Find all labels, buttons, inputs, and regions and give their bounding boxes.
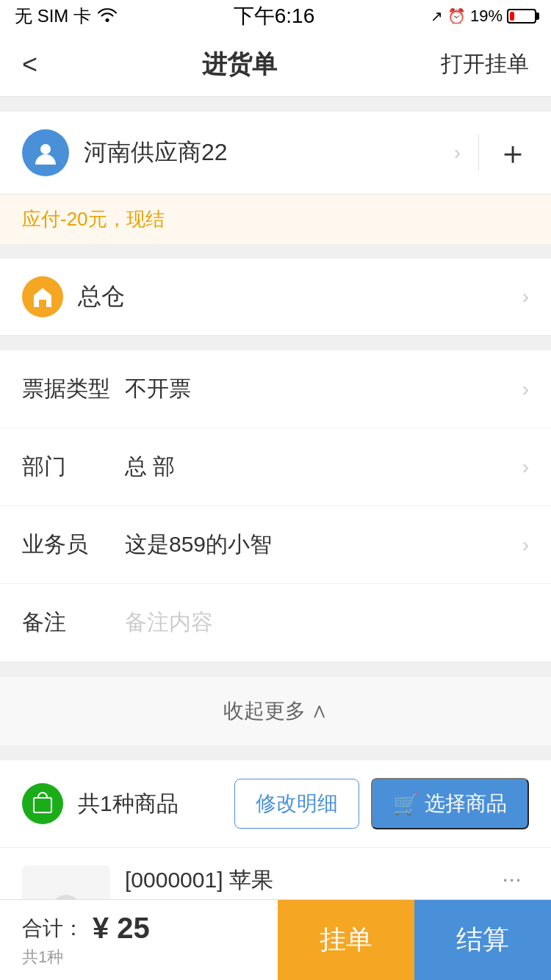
salesperson-label: 业务员 — [22, 530, 125, 560]
wifi-icon — [97, 6, 118, 26]
nav-bar: < 进货单 打开挂单 — [0, 32, 551, 97]
remark-placeholder: 备注内容 — [125, 608, 529, 638]
product-name: [0000001] 苹果 — [125, 865, 494, 896]
checkout-button[interactable]: 结算 — [414, 900, 551, 980]
battery-percent: 19% — [470, 7, 503, 26]
alarm-icon: ⏰ — [447, 7, 466, 25]
product-code: [0000001] — [125, 868, 223, 892]
carrier-text: 无 SIM 卡 — [15, 4, 91, 28]
invoice-type-label: 票据类型 — [22, 374, 125, 404]
form-section: 票据类型 不开票 › 部门 总 部 › 业务员 这是859的小智 › 备注 备注… — [0, 350, 551, 661]
total-sub: 共1种 — [22, 946, 256, 968]
invoice-type-value: 不开票 — [125, 374, 522, 404]
total-label-row: 合计： ¥ 25 — [22, 912, 256, 945]
salesperson-value: 这是859的小智 — [125, 530, 522, 560]
warehouse-name: 总仓 — [78, 281, 522, 313]
warehouse-row[interactable]: 总仓 › — [0, 259, 551, 336]
department-chevron: › — [522, 455, 529, 479]
product-more-button[interactable]: ··· — [494, 865, 529, 893]
collapse-button[interactable]: 收起更多 ∧ — [0, 676, 551, 746]
product-count: 共1种商品 — [78, 789, 234, 819]
select-product-label: 选择商品 — [425, 790, 507, 818]
supplier-name: 河南供应商22 — [84, 137, 454, 169]
location-icon: ↗ — [431, 7, 443, 25]
invoice-type-row[interactable]: 票据类型 不开票 › — [0, 350, 551, 428]
checkout-label: 结算 — [456, 922, 509, 958]
supplier-section: 河南供应商22 › ＋ 应付-20元，现结 — [0, 112, 551, 244]
product-header: 共1种商品 修改明细 🛒 选择商品 — [0, 760, 551, 848]
battery-icon — [507, 9, 536, 24]
hang-label: 挂单 — [320, 922, 372, 958]
department-row[interactable]: 部门 总 部 › — [0, 428, 551, 506]
vertical-divider — [478, 134, 479, 171]
status-bar: 无 SIM 卡 下午6:16 ↗ ⏰ 19% — [0, 0, 551, 32]
supplier-chevron-icon: › — [454, 141, 461, 165]
svg-rect-1 — [39, 300, 46, 307]
remark-label: 备注 — [22, 608, 125, 638]
back-button[interactable]: < — [22, 49, 37, 80]
battery-fill — [510, 12, 514, 21]
section-gap-1 — [0, 97, 551, 112]
svg-rect-2 — [34, 798, 51, 813]
status-left: 无 SIM 卡 — [15, 4, 118, 28]
status-right: ↗ ⏰ 19% — [431, 7, 536, 26]
add-supplier-button[interactable]: ＋ — [497, 131, 529, 175]
product-title: 苹果 — [229, 868, 273, 892]
total-label: 合计： — [22, 915, 84, 943]
total-section: 合计： ¥ 25 共1种 — [0, 900, 278, 980]
hang-button[interactable]: 挂单 — [278, 900, 414, 980]
cart-icon: 🛒 — [393, 792, 419, 816]
salesperson-chevron: › — [522, 533, 529, 557]
bottom-bar: 合计： ¥ 25 共1种 挂单 结算 — [0, 899, 551, 980]
total-amount: ¥ 25 — [93, 912, 150, 945]
svg-point-0 — [40, 144, 51, 154]
warning-banner: 应付-20元，现结 — [0, 195, 551, 244]
product-icon — [22, 783, 63, 824]
status-time: 下午6:16 — [234, 2, 315, 30]
salesperson-row[interactable]: 业务员 这是859的小智 › — [0, 506, 551, 584]
supplier-avatar — [22, 129, 69, 176]
select-product-button[interactable]: 🛒 选择商品 — [371, 778, 529, 829]
department-value: 总 部 — [125, 452, 522, 482]
collapse-label: 收起更多 ∧ — [223, 699, 328, 722]
remark-row[interactable]: 备注 备注内容 — [0, 584, 551, 661]
open-hang-button[interactable]: 打开挂单 — [441, 49, 529, 79]
warehouse-chevron-icon: › — [522, 285, 529, 309]
page-title: 进货单 — [202, 48, 277, 82]
department-label: 部门 — [22, 452, 125, 482]
edit-detail-button[interactable]: 修改明细 — [234, 779, 359, 829]
warehouse-icon — [22, 276, 63, 317]
invoice-type-chevron: › — [522, 378, 529, 401]
supplier-row[interactable]: 河南供应商22 › ＋ — [0, 112, 551, 195]
